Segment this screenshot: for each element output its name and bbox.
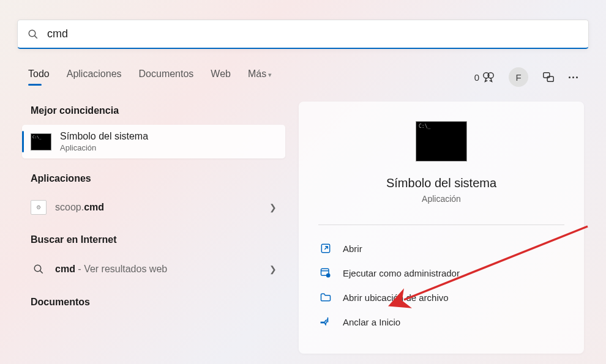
chevron-right-icon: ❯	[269, 264, 277, 274]
action-open[interactable]: Abrir	[318, 236, 564, 261]
tab-label: Todo	[28, 69, 50, 79]
cmd-app-icon-large	[416, 121, 467, 162]
tab-label: Aplicaciones	[67, 69, 122, 79]
chevron-down-icon: ▾	[268, 71, 272, 78]
medal-icon	[482, 70, 495, 84]
rewards-count: 0	[474, 72, 479, 83]
svg-line-7	[40, 271, 43, 273]
section-best-match: Mejor coincidencia	[22, 102, 285, 125]
divider	[318, 225, 564, 225]
avatar[interactable]: F	[509, 67, 528, 87]
search-icon	[28, 29, 39, 40]
search-box[interactable]	[17, 20, 589, 49]
folder-icon	[320, 291, 332, 303]
detail-panel: Símbolo del sistema Aplicación Abrir Eje…	[299, 102, 584, 354]
more-options-button[interactable]	[569, 76, 578, 78]
open-external-icon	[320, 242, 332, 254]
list-item-label: scoop.cmd	[55, 202, 261, 213]
detail-subtitle: Aplicación	[318, 194, 564, 204]
section-apps: Aplicaciones	[22, 169, 285, 193]
action-label: Abrir	[343, 243, 362, 254]
best-match-item[interactable]: Símbolo del sistema Aplicación	[22, 125, 285, 158]
detail-title: Símbolo del sistema	[318, 176, 564, 190]
shield-window-icon	[320, 267, 332, 279]
action-label: Anclar a Inicio	[343, 317, 400, 327]
tab-label: Más	[248, 69, 266, 79]
pin-icon	[320, 316, 332, 328]
list-item-label: cmd - Ver resultados web	[55, 264, 261, 275]
svg-point-11	[326, 273, 331, 278]
rewards-button[interactable]: 0	[474, 70, 495, 84]
internet-search-item[interactable]: cmd - Ver resultados web ❯	[22, 254, 285, 284]
tab-label: Documentos	[139, 69, 194, 79]
action-open-file-location[interactable]: Abrir ubicación de archivo	[318, 285, 564, 310]
tab-mas[interactable]: Más▾	[248, 69, 272, 86]
best-match-title: Símbolo del sistema	[60, 131, 148, 142]
tab-label: Web	[211, 69, 231, 79]
tab-aplicaciones[interactable]: Aplicaciones	[67, 69, 122, 86]
tab-todo[interactable]: Todo	[28, 69, 50, 86]
search-icon	[31, 261, 47, 277]
tab-web[interactable]: Web	[211, 69, 231, 86]
action-run-as-admin[interactable]: Ejecutar como administrador	[318, 261, 564, 285]
cmd-app-icon	[31, 133, 51, 150]
tab-documentos[interactable]: Documentos	[139, 69, 194, 86]
avatar-initial: F	[515, 72, 521, 83]
app-item-scoop[interactable]: ⚙ scoop.cmd ❯	[22, 193, 285, 222]
best-match-subtitle: Aplicación	[60, 143, 148, 152]
svg-point-0	[29, 30, 36, 37]
action-label: Abrir ubicación de archivo	[343, 292, 449, 303]
tabs: Todo Aplicaciones Documentos Web Más▾	[28, 69, 272, 86]
svg-point-6	[34, 265, 41, 272]
chevron-right-icon: ❯	[269, 202, 277, 212]
section-internet: Buscar en Internet	[22, 231, 285, 254]
action-label: Ejecutar como administrador	[343, 268, 460, 278]
search-input[interactable]	[47, 28, 578, 40]
gear-file-icon: ⚙	[31, 200, 47, 215]
section-documents: Documentos	[22, 293, 285, 316]
svg-line-1	[35, 35, 37, 38]
chat-icon[interactable]	[542, 70, 555, 84]
action-pin-start[interactable]: Anclar a Inicio	[318, 310, 564, 334]
